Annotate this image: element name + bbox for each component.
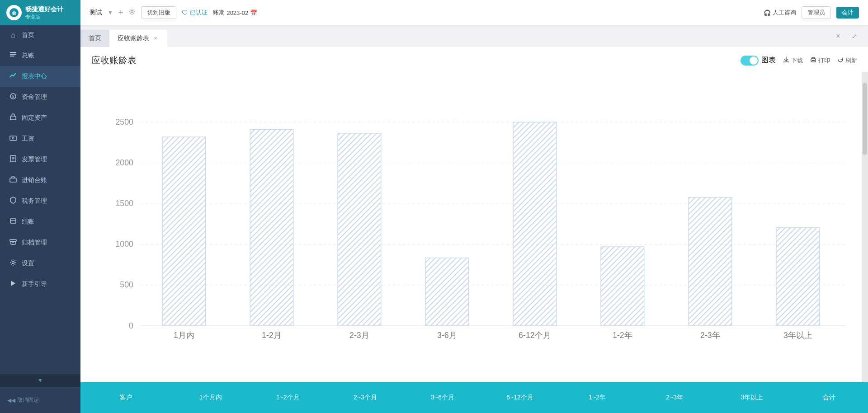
sidebar-item-invoices[interactable]: 发票管理: [0, 149, 80, 170]
page-header: 应收账龄表 图表 下载 打: [80, 47, 868, 72]
svg-point-9: [12, 137, 14, 139]
reports-icon: [9, 72, 17, 81]
tax-icon: [9, 197, 17, 206]
topbar: 测试 ▼ + 切到旧版 🛡 已认证 账期 2023-02 📅 🎧 人工咨询 管理…: [80, 0, 868, 25]
archive-icon: [9, 238, 17, 247]
sidebar-item-home[interactable]: ⌂ 首页: [0, 25, 80, 45]
chart-toggle[interactable]: 图表: [741, 56, 776, 66]
sidebar-item-label: 首页: [22, 31, 34, 39]
sidebar-item-label: 固定资产: [22, 114, 47, 122]
home-icon: ⌂: [9, 31, 17, 39]
svg-text:3年以上: 3年以上: [783, 331, 812, 340]
period-info: 账期 2023-02 📅: [213, 9, 257, 17]
svg-rect-2: [10, 52, 16, 53]
svg-text:2-3年: 2-3年: [700, 331, 720, 340]
sidebar: 会 畅捷通好会计 专业版 ⌂ 首页 总账 报表中心: [0, 0, 80, 413]
invoices-icon: [9, 155, 17, 164]
wages-icon: [9, 134, 17, 143]
svg-rect-8: [10, 136, 16, 141]
sidebar-bottom: ◀◀ 取消固定: [0, 387, 80, 413]
col-1-2year: 1~2年: [559, 394, 636, 402]
svg-text:¥: ¥: [11, 94, 14, 99]
svg-text:2000: 2000: [115, 158, 133, 167]
sidebar-item-assets[interactable]: 固定资产: [0, 108, 80, 128]
sidebar-item-wages[interactable]: 工资: [0, 128, 80, 149]
download-btn[interactable]: 下载: [783, 56, 803, 65]
project-dropdown-icon[interactable]: ▼: [108, 9, 113, 16]
old-version-btn[interactable]: 切到旧版: [141, 6, 176, 19]
svg-marker-22: [11, 281, 15, 286]
tabs-right-area: × ⤢: [832, 30, 868, 42]
bar-6-12-month: [513, 122, 557, 326]
refresh-btn[interactable]: 刷新: [837, 56, 857, 65]
role-btn[interactable]: 会计: [836, 7, 859, 19]
col-total: 合计: [791, 394, 868, 402]
svg-text:1月内: 1月内: [174, 331, 194, 340]
headset-icon: 🎧: [764, 9, 771, 16]
sidebar-scroll-down-btn[interactable]: ▼: [38, 377, 43, 384]
sidebar-item-label: 报表中心: [22, 72, 47, 80]
svg-rect-15: [12, 177, 14, 178]
cancel-fixed-btn[interactable]: ◀◀ 取消固定: [0, 392, 80, 408]
sidebar-item-tax[interactable]: 税务管理: [0, 191, 80, 211]
svg-point-21: [12, 262, 14, 264]
toggle-track[interactable]: [741, 56, 759, 66]
sidebar-item-label: 归档管理: [22, 239, 47, 247]
bar-3-plus-year: [776, 228, 820, 326]
tab-home[interactable]: 首页: [80, 30, 109, 47]
sidebar-item-close[interactable]: 结账: [0, 211, 80, 232]
calendar-icon[interactable]: 📅: [250, 9, 257, 16]
svg-rect-14: [10, 178, 16, 182]
project-name: 测试: [90, 9, 102, 17]
tab-aging-label: 应收账龄表: [118, 34, 149, 42]
main-content: 首页 应收账龄表 × × ⤢ 应收账龄表 图表: [80, 25, 868, 413]
add-project-btn[interactable]: +: [118, 8, 123, 18]
sidebar-item-archive[interactable]: 归档管理: [0, 232, 80, 253]
sidebar-item-settings[interactable]: 设置: [0, 253, 80, 274]
svg-rect-26: [812, 60, 815, 61]
verified-badge: 🛡 已认证: [182, 9, 208, 17]
col-2-3year: 2~3年: [636, 394, 713, 402]
page-title: 应收账龄表: [91, 54, 137, 66]
user-btn[interactable]: 管理员: [802, 6, 831, 19]
sidebar-item-reports[interactable]: 报表中心: [0, 66, 80, 87]
chart-area: 0 500 1000 1500 2000 2500: [80, 72, 868, 382]
close-books-icon: [9, 217, 17, 226]
table-header-row: 客户 1个月内 1~2个月 2~3个月 3~6个月 6~12个月 1~2年 2~…: [80, 382, 868, 413]
consult-btn[interactable]: 🎧 人工咨询: [764, 9, 796, 17]
window-close-btn[interactable]: ×: [832, 30, 844, 42]
sidebar-item-funds[interactable]: ¥ 资金管理: [0, 87, 80, 108]
sidebar-item-label: 总账: [22, 52, 34, 60]
col-6-12month: 6~12个月: [481, 394, 559, 402]
settings-btn[interactable]: [128, 8, 136, 17]
svg-rect-4: [10, 56, 14, 56]
svg-rect-7: [10, 116, 16, 120]
tab-aging[interactable]: 应收账龄表 ×: [109, 30, 167, 47]
col-3-6month: 3~6个月: [404, 394, 481, 402]
svg-text:会: 会: [11, 10, 17, 15]
svg-text:6-12个月: 6-12个月: [519, 331, 551, 340]
window-expand-btn[interactable]: ⤢: [848, 30, 861, 42]
print-btn[interactable]: 打印: [810, 56, 830, 65]
bar-2-3-month: [338, 133, 381, 326]
bar-chart: 0 500 1000 1500 2000 2500: [91, 75, 857, 379]
tab-close-btn[interactable]: ×: [152, 35, 159, 42]
svg-rect-16: [10, 219, 16, 223]
sidebar-item-stock[interactable]: 进销台账: [0, 170, 80, 191]
sidebar-item-guide[interactable]: 新手引导: [0, 274, 80, 295]
tab-home-label: 首页: [89, 34, 101, 42]
sidebar-item-ledger[interactable]: 总账: [0, 45, 80, 66]
funds-icon: ¥: [9, 93, 17, 102]
svg-text:500: 500: [120, 280, 133, 289]
svg-text:0: 0: [129, 321, 133, 330]
scrollbar[interactable]: [862, 72, 868, 382]
svg-rect-3: [10, 54, 16, 55]
settings-icon: [9, 259, 17, 268]
print-icon: [810, 56, 816, 64]
unpin-icon: ◀◀: [7, 397, 15, 404]
sidebar-item-label: 发票管理: [22, 155, 47, 164]
ledger-icon: [9, 51, 17, 60]
col-3plus-year: 3年以上: [713, 394, 791, 402]
col-1-2month: 1~2个月: [249, 394, 326, 402]
toggle-thumb: [750, 56, 758, 65]
